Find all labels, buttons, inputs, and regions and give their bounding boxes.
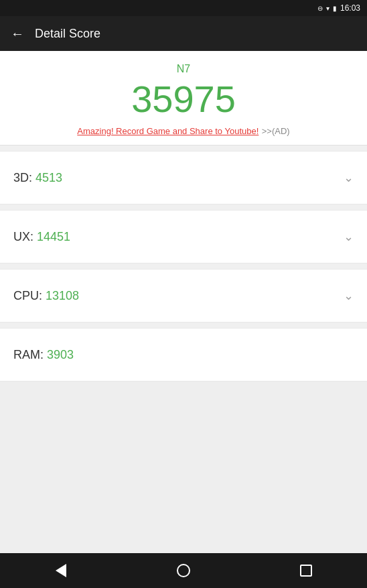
back-nav-icon — [56, 564, 66, 577]
score-label-ram: RAM: 3903 — [13, 348, 74, 362]
page-title: Detail Score — [35, 27, 100, 41]
chevron-down-icon-ux: ⌄ — [344, 229, 354, 244]
status-icons: ⊖ ▾ ▮ 16:03 — [317, 3, 360, 13]
score-label-ux: UX: 14451 — [13, 230, 70, 244]
score-value-ux: 14451 — [37, 230, 70, 243]
score-row-ux[interactable]: UX: 14451 ⌄ — [0, 210, 367, 263]
empty-area — [0, 381, 367, 553]
header-section: N7 35975 Amazing! Record Game and Share … — [0, 51, 367, 145]
main-score: 35975 — [131, 80, 236, 118]
status-bar: ⊖ ▾ ▮ 16:03 — [0, 0, 367, 16]
chevron-down-icon-3d: ⌄ — [344, 170, 354, 185]
ad-banner[interactable]: Amazing! Record Game and Share to Youtub… — [77, 125, 289, 137]
score-label-cpu: CPU: 13108 — [13, 289, 79, 303]
ad-suffix: >>(AD) — [262, 126, 290, 136]
status-time: 16:03 — [340, 3, 360, 13]
minus-icon: ⊖ — [317, 5, 323, 12]
bottom-nav — [0, 553, 367, 588]
score-value-3d: 4513 — [35, 171, 62, 184]
battery-icon: ▮ — [333, 5, 337, 12]
score-value-cpu: 13108 — [46, 289, 79, 302]
top-bar: ← Detail Score — [0, 16, 367, 51]
device-name: N7 — [177, 63, 190, 75]
score-value-ram: 3903 — [47, 348, 74, 361]
ad-text[interactable]: Amazing! Record Game and Share to Youtub… — [77, 126, 259, 136]
recent-nav-button[interactable] — [286, 557, 326, 584]
chevron-down-icon-cpu: ⌄ — [344, 288, 354, 303]
main-content: N7 35975 Amazing! Record Game and Share … — [0, 51, 367, 553]
recent-nav-icon — [300, 565, 312, 577]
wifi-icon: ▾ — [326, 5, 329, 12]
home-nav-icon — [177, 564, 190, 577]
score-row-cpu[interactable]: CPU: 13108 ⌄ — [0, 269, 367, 322]
back-button[interactable]: ← — [11, 26, 24, 42]
back-nav-button[interactable] — [41, 557, 81, 584]
score-row-ram[interactable]: RAM: 3903 — [0, 328, 367, 381]
home-nav-button[interactable] — [163, 557, 204, 584]
score-row-3d[interactable]: 3D: 4513 ⌄ — [0, 151, 367, 204]
score-label-3d: 3D: 4513 — [13, 171, 62, 185]
